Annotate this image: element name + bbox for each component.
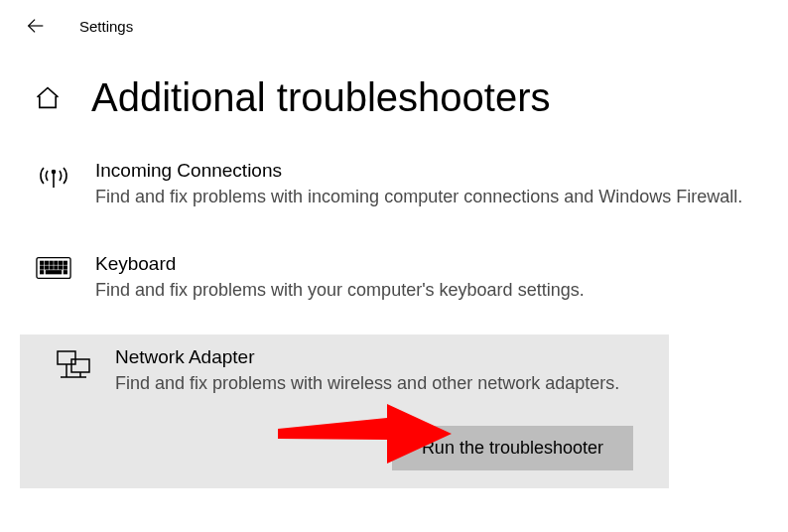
page-header: Additional troubleshooters <box>0 52 788 148</box>
item-title: Network Adapter <box>115 346 633 368</box>
item-content: Network Adapter Find and fix problems wi… <box>115 346 633 396</box>
item-title: Incoming Connections <box>95 160 752 182</box>
app-title: Settings <box>79 18 133 35</box>
svg-rect-7 <box>55 261 58 264</box>
svg-point-2 <box>53 171 56 174</box>
network-adapter-icon <box>56 346 91 382</box>
item-content: Keyboard Find and fix problems with your… <box>95 253 752 303</box>
svg-rect-14 <box>60 266 63 269</box>
item-description: Find and fix problems with incoming comp… <box>95 184 752 209</box>
svg-rect-6 <box>50 261 53 264</box>
svg-rect-17 <box>46 271 61 274</box>
svg-rect-12 <box>50 266 53 269</box>
selected-item-actions: Run the troubleshooter <box>20 398 669 488</box>
svg-rect-19 <box>58 351 75 364</box>
item-description: Find and fix problems with your computer… <box>95 277 752 303</box>
svg-rect-13 <box>55 266 58 269</box>
troubleshooter-item-keyboard[interactable]: Keyboard Find and fix problems with your… <box>0 241 788 315</box>
svg-rect-10 <box>41 266 44 269</box>
top-bar: Settings <box>0 0 788 52</box>
svg-rect-5 <box>45 261 48 264</box>
keyboard-icon <box>36 253 71 281</box>
svg-rect-11 <box>45 266 48 269</box>
run-troubleshooter-button[interactable]: Run the troubleshooter <box>392 426 633 470</box>
home-button[interactable] <box>32 82 64 114</box>
svg-rect-4 <box>41 261 44 264</box>
broadcast-icon <box>36 160 71 192</box>
item-title: Keyboard <box>95 253 752 275</box>
item-content: Incoming Connections Find and fix proble… <box>95 160 752 209</box>
svg-rect-20 <box>71 359 89 372</box>
arrow-left-icon <box>25 15 47 37</box>
back-button[interactable] <box>24 14 48 38</box>
page-title: Additional troubleshooters <box>91 75 551 120</box>
svg-rect-9 <box>64 261 66 264</box>
svg-rect-15 <box>64 266 66 269</box>
troubleshooter-list: Incoming Connections Find and fix proble… <box>0 148 788 488</box>
svg-rect-8 <box>60 261 63 264</box>
svg-rect-16 <box>41 271 44 274</box>
svg-rect-18 <box>64 271 66 274</box>
troubleshooter-item-incoming-connections[interactable]: Incoming Connections Find and fix proble… <box>0 148 788 221</box>
item-description: Find and fix problems with wireless and … <box>115 370 633 396</box>
troubleshooter-item-network-adapter[interactable]: Network Adapter Find and fix problems wi… <box>20 334 669 398</box>
home-icon <box>34 84 62 112</box>
